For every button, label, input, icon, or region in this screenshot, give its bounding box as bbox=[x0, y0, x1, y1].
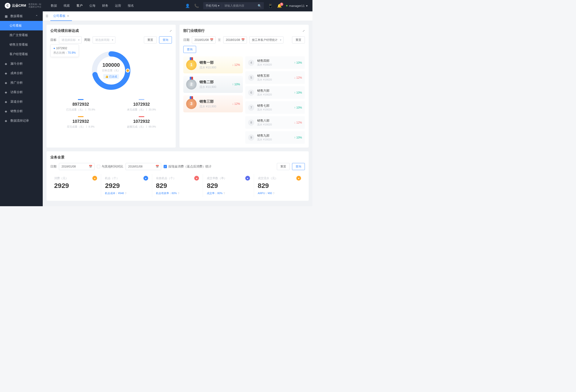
nav-item[interactable]: 财务 bbox=[102, 3, 108, 8]
help-icon: ? bbox=[125, 192, 126, 195]
rank-list-item: 6销售六部流水 ¥19020↑ 10% bbox=[245, 86, 305, 99]
chart-tooltip: ●1072932 所占比例：70.9% bbox=[50, 44, 79, 57]
chevron-down-icon: ▾ bbox=[306, 4, 308, 8]
rank-top-item: 2销售二部流水 ¥10,900↑ 10% bbox=[183, 76, 243, 93]
sidebar-item[interactable]: ◈推广分析 bbox=[0, 78, 43, 88]
status-dot bbox=[286, 5, 288, 6]
kpi-item: 机会（个）●2929机会成本：¥948 ? bbox=[101, 174, 152, 197]
expand-icon[interactable]: ⤢ bbox=[170, 29, 172, 32]
tab-company-board[interactable]: 公司看板 ✕ bbox=[50, 11, 72, 21]
nav-item[interactable]: 运营 bbox=[115, 3, 121, 8]
sidebar-item[interactable]: 公司看板 bbox=[0, 21, 43, 30]
card-rank: 部门业绩排行 ⤢ 日期 2018/01/08📅 至 2018/01/08📅 按工… bbox=[179, 25, 309, 148]
period-select[interactable]: 请选择周期 bbox=[93, 36, 115, 43]
sidebar-item[interactable]: 客户经理看板 bbox=[0, 49, 43, 59]
sidebar-item[interactable]: ▦数据看板⌃ bbox=[0, 11, 43, 21]
cash-checkbox[interactable]: 按现金消费（返点后消费）统计 bbox=[164, 164, 212, 169]
rank-list-item: 7销售七部流水 ¥19020↑ 10% bbox=[245, 101, 305, 114]
rank-top-item: 3销售三部流水 ¥10,900↓ 12% bbox=[183, 95, 243, 112]
help-icon: ? bbox=[178, 192, 179, 195]
thumb-icon: 👍 bbox=[105, 75, 109, 78]
reset-button[interactable]: 重置 bbox=[277, 163, 290, 170]
sidebar-item[interactable]: ◈渠道分析 bbox=[0, 97, 43, 106]
sidebar-item[interactable]: ◈销售分析 bbox=[0, 106, 43, 116]
close-icon[interactable]: ✕ bbox=[67, 11, 69, 21]
stat-item: 1072932超额完成（元）丨 89.9% bbox=[111, 114, 172, 131]
sidebar-item[interactable]: 销售主管看板 bbox=[0, 40, 43, 49]
notif-badge: 5 bbox=[280, 3, 283, 6]
kpi-item: 消费（元）●2929 bbox=[50, 174, 101, 197]
nav-item[interactable]: 报名 bbox=[128, 3, 134, 8]
kpi-item: 有效机会（个）●829机会有效率：80% ? bbox=[152, 174, 203, 197]
mobile-icon[interactable]: 📱 bbox=[268, 3, 273, 8]
user-menu[interactable]: manager11 ▾ bbox=[286, 4, 308, 8]
reset-button[interactable]: 重置 bbox=[144, 36, 157, 43]
logo-brand: 云朵CRM bbox=[12, 3, 26, 8]
rank-list-item: 5销售五部流水 ¥19020↓ 12% bbox=[245, 71, 305, 84]
date-compare-input[interactable]: 2018/01/08📅 bbox=[126, 163, 161, 170]
topbar: C 云朵CRM 教育机构一站式服务云平台 数据线索客户公海财务运营报名 👤 📞 … bbox=[0, 0, 313, 11]
help-icon: ? bbox=[223, 192, 225, 195]
card-goal: 公司业绩目标达成 ⤢ 目标 请选择目标 周期 请选择周期 重置 查询 ●1072… bbox=[47, 25, 176, 148]
reset-button[interactable]: 重置 bbox=[292, 36, 305, 43]
card-title: 部门业绩排行 bbox=[183, 29, 205, 33]
query-button[interactable]: 查询 bbox=[159, 36, 172, 43]
nav-item[interactable]: 客户 bbox=[76, 3, 83, 8]
date-to[interactable]: 2018/01/08📅 bbox=[223, 36, 247, 43]
target-select[interactable]: 请选择目标 bbox=[59, 36, 82, 43]
nav-item[interactable]: 公海 bbox=[89, 3, 95, 8]
rank-list-item: 9销售九部流水 ¥19020↑ 10% bbox=[245, 131, 305, 144]
sidebar-toggle-icon[interactable]: ☰ bbox=[46, 14, 48, 18]
nav-item[interactable]: 数据 bbox=[51, 3, 57, 8]
top-nav: 数据线索客户公海财务运营报名 bbox=[51, 3, 134, 8]
search-button[interactable]: 🔍 bbox=[255, 4, 264, 8]
expand-icon[interactable]: ⤢ bbox=[302, 29, 305, 32]
query-button[interactable]: 查询 bbox=[183, 46, 196, 53]
bell-icon[interactable]: 🔔5 bbox=[277, 3, 282, 8]
donut-chart: 100000 目标总量（元） 👍已达成 bbox=[90, 49, 133, 92]
sidebar-item[interactable]: ◈成本分析 bbox=[0, 68, 43, 78]
card-overview: 业务全景 日期 2018/01/08📅 与其他时间对比 2018/01/08📅 … bbox=[47, 151, 309, 201]
rank-top-item: 1销售一部流水 ¥10,900↓ 12% bbox=[183, 56, 243, 73]
search: 手机号码 ▾ 🔍 bbox=[203, 2, 264, 9]
rank-list-item: 8销售八部流水 ¥19020↓ 12% bbox=[245, 116, 305, 129]
stat-item: 8972932已完成量（元）丨 70.9% bbox=[50, 97, 111, 114]
sidebar-item[interactable]: 推广主管看板 bbox=[0, 30, 43, 40]
user-icon[interactable]: 👤 bbox=[185, 3, 190, 8]
compare-checkbox[interactable]: 与其他时间对比 bbox=[97, 164, 123, 169]
tabs: ☰ 公司看板 ✕ bbox=[43, 11, 313, 21]
rank-list-item: 4销售四部流水 ¥19020↑ 10% bbox=[245, 56, 305, 69]
search-type-select[interactable]: 手机号码 ▾ bbox=[203, 4, 222, 8]
stat-item: 1072932应完成量（元）丨 8.9% bbox=[50, 114, 111, 131]
date-input[interactable]: 2018/01/08📅 bbox=[59, 163, 94, 170]
calendar-icon: 📅 bbox=[241, 38, 245, 42]
calendar-icon: 📅 bbox=[210, 38, 213, 42]
logo: C 云朵CRM 教育机构一站式服务云平台 bbox=[5, 3, 41, 8]
sidebar-item[interactable]: ◈访客分析 bbox=[0, 88, 43, 97]
sidebar-item[interactable]: ◈数据流转记录 bbox=[0, 116, 43, 125]
search-input[interactable] bbox=[222, 2, 255, 9]
main: ☰ 公司看板 ✕ 公司业绩目标达成 ⤢ 目标 请选择目标 周期 bbox=[43, 11, 313, 206]
help-icon: ? bbox=[273, 192, 274, 195]
kpi-item: 成交单数（单）●829成交率：80% ? bbox=[203, 174, 254, 197]
kpi-item: 成交流水（元）●829ARPU：¥80 ? bbox=[254, 174, 305, 197]
card-title: 业务全景 bbox=[50, 155, 65, 160]
sidebar-item[interactable]: ◈漏斗分析 bbox=[0, 59, 43, 68]
done-tag: 👍已达成 bbox=[103, 74, 119, 79]
phone-icon[interactable]: 📞 bbox=[194, 3, 199, 8]
query-button[interactable]: 查询 bbox=[292, 163, 305, 170]
stat-type-select[interactable]: 按工单客户经理统计 bbox=[249, 36, 284, 43]
nav-item[interactable]: 线索 bbox=[64, 3, 70, 8]
calendar-icon: 📅 bbox=[155, 165, 159, 168]
logo-mark: C bbox=[5, 3, 10, 8]
card-title: 公司业绩目标达成 bbox=[50, 29, 79, 33]
date-from[interactable]: 2018/01/08📅 bbox=[192, 36, 216, 43]
calendar-icon: 📅 bbox=[89, 165, 92, 168]
sidebar: ▦数据看板⌃公司看板推广主管看板销售主管看板客户经理看板◈漏斗分析◈成本分析◈推… bbox=[0, 11, 43, 206]
stat-item: 1072932未完成量（元）丨 20.9% bbox=[111, 97, 172, 114]
